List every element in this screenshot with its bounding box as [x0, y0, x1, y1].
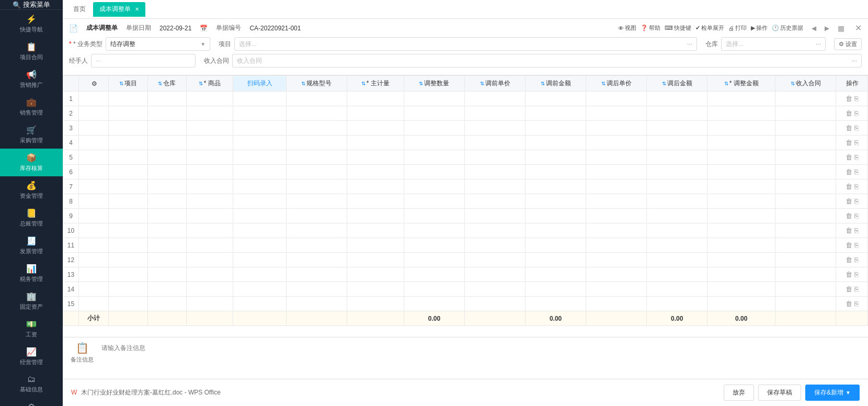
copy-icon-5[interactable]: ⎘	[854, 153, 859, 161]
cell-prev_amount-10[interactable]	[526, 223, 586, 238]
copy-icon-11[interactable]: ⎘	[854, 241, 859, 249]
cell-unit-3[interactable]	[347, 121, 404, 136]
cell-unit-11[interactable]	[347, 238, 404, 253]
cell-prev_amount-15[interactable]	[526, 297, 586, 311]
cell-settings-1[interactable]	[79, 92, 109, 106]
sidebar-item-inventory[interactable]: 📦库存核算	[0, 149, 63, 176]
cell-adj_qty-8[interactable]	[404, 194, 464, 209]
cell-after_amount-4[interactable]	[647, 136, 707, 150]
discard-button[interactable]: 放弃	[724, 385, 754, 401]
cell-warehouse-10[interactable]	[147, 223, 186, 238]
toolbar-btn-shortcut[interactable]: ⌨快捷键	[665, 24, 691, 32]
cell-prev_amount-8[interactable]	[526, 194, 586, 209]
cell-after_amount-7[interactable]	[647, 179, 707, 194]
cell-scan-15[interactable]	[233, 297, 286, 311]
cell-warehouse-8[interactable]	[147, 194, 186, 209]
cell-actions-10[interactable]: 🗑⎘	[836, 223, 868, 238]
cell-warehouse-9[interactable]	[147, 209, 186, 223]
cell-prev_amount-11[interactable]	[526, 238, 586, 253]
cell-actions-11[interactable]: 🗑⎘	[836, 238, 868, 253]
cell-actions-1[interactable]: 🗑⎘	[836, 92, 868, 106]
delete-icon-15[interactable]: 🗑	[846, 300, 852, 308]
cell-scan-5[interactable]	[233, 150, 286, 165]
cell-prev_amount-1[interactable]	[526, 92, 586, 106]
cell-settings-13[interactable]	[79, 267, 109, 282]
cell-prev_amount-4[interactable]	[526, 136, 586, 150]
save-new-button[interactable]: 保存&新增 ▼	[805, 385, 860, 401]
cell-settings-6[interactable]	[79, 165, 109, 179]
cell-adj_amount-6[interactable]	[707, 165, 775, 179]
cell-spec-1[interactable]	[286, 92, 347, 106]
cell-spec-14[interactable]	[286, 282, 347, 297]
cell-project-10[interactable]	[109, 223, 147, 238]
cell-actions-8[interactable]: 🗑⎘	[836, 194, 868, 209]
cell-spec-3[interactable]	[286, 121, 347, 136]
copy-icon-3[interactable]: ⎘	[854, 124, 859, 132]
cell-adj_amount-9[interactable]	[707, 209, 775, 223]
delete-icon-2[interactable]: 🗑	[846, 109, 852, 117]
copy-icon-6[interactable]: ⎘	[854, 168, 859, 176]
tab-cost-adjustment[interactable]: 成本调整单✕	[93, 2, 145, 17]
cell-adj_qty-7[interactable]	[404, 179, 464, 194]
sidebar-item-ledger[interactable]: 📒总账管理	[0, 204, 63, 232]
cell-after_price-13[interactable]	[586, 267, 647, 282]
cell-spec-8[interactable]	[286, 194, 347, 209]
copy-icon-9[interactable]: ⎘	[854, 212, 859, 220]
cell-after_amount-12[interactable]	[647, 253, 707, 267]
cell-project-13[interactable]	[109, 267, 147, 282]
income-contract-input[interactable]: 收入合同 ···	[232, 54, 862, 67]
settings-button[interactable]: ⚙ 设置	[834, 38, 862, 50]
cell-adj_qty-3[interactable]	[404, 121, 464, 136]
cell-project-6[interactable]	[109, 165, 147, 179]
cell-actions-3[interactable]: 🗑⎘	[836, 121, 868, 136]
cell-project-4[interactable]	[109, 136, 147, 150]
cell-prev_price-4[interactable]	[464, 136, 525, 150]
cell-adj_qty-6[interactable]	[404, 165, 464, 179]
cell-after_amount-11[interactable]	[647, 238, 707, 253]
cell-adj_qty-11[interactable]	[404, 238, 464, 253]
cell-warehouse-6[interactable]	[147, 165, 186, 179]
cell-project-15[interactable]	[109, 297, 147, 311]
cell-spec-10[interactable]	[286, 223, 347, 238]
cell-warehouse-2[interactable]	[147, 106, 186, 121]
delete-icon-4[interactable]: 🗑	[846, 139, 852, 146]
cell-after_price-4[interactable]	[586, 136, 647, 150]
cell-adj_amount-3[interactable]	[707, 121, 775, 136]
cell-after_price-14[interactable]	[586, 282, 647, 297]
cell-unit-5[interactable]	[347, 150, 404, 165]
cell-after_price-10[interactable]	[586, 223, 647, 238]
cell-warehouse-1[interactable]	[147, 92, 186, 106]
cell-product-14[interactable]	[187, 282, 233, 297]
sidebar-item-system[interactable]: ⚙系统管理	[0, 398, 63, 406]
copy-icon-15[interactable]: ⎘	[854, 300, 859, 308]
copy-icon-10[interactable]: ⎘	[854, 227, 859, 234]
cell-prev_price-11[interactable]	[464, 238, 525, 253]
cell-settings-3[interactable]	[79, 121, 109, 136]
cell-unit-10[interactable]	[347, 223, 404, 238]
grid-view-icon[interactable]: ▦	[838, 24, 844, 32]
sidebar-item-tax[interactable]: 📊税务管理	[0, 260, 63, 287]
cell-adj_amount-14[interactable]	[707, 282, 775, 297]
cell-warehouse-7[interactable]	[147, 179, 186, 194]
cell-adj_amount-15[interactable]	[707, 297, 775, 311]
cell-scan-9[interactable]	[233, 209, 286, 223]
cell-adj_amount-13[interactable]	[707, 267, 775, 282]
cell-prev_price-2[interactable]	[464, 106, 525, 121]
save-draft-button[interactable]: 保存草稿	[758, 385, 801, 401]
cell-scan-2[interactable]	[233, 106, 286, 121]
cell-project-2[interactable]	[109, 106, 147, 121]
delete-icon-1[interactable]: 🗑	[846, 95, 852, 103]
cell-scan-14[interactable]	[233, 282, 286, 297]
cell-project-14[interactable]	[109, 282, 147, 297]
notes-input[interactable]	[101, 342, 862, 358]
cell-adj_amount-11[interactable]	[707, 238, 775, 253]
cell-scan-4[interactable]	[233, 136, 286, 150]
cell-actions-12[interactable]: 🗑⎘	[836, 253, 868, 267]
cell-unit-4[interactable]	[347, 136, 404, 150]
cell-product-4[interactable]	[187, 136, 233, 150]
cell-income_contract-14[interactable]	[775, 282, 836, 297]
cell-unit-13[interactable]	[347, 267, 404, 282]
cell-adj_qty-2[interactable]	[404, 106, 464, 121]
sidebar-item-finance[interactable]: 💰资金管理	[0, 176, 63, 204]
cell-unit-1[interactable]	[347, 92, 404, 106]
